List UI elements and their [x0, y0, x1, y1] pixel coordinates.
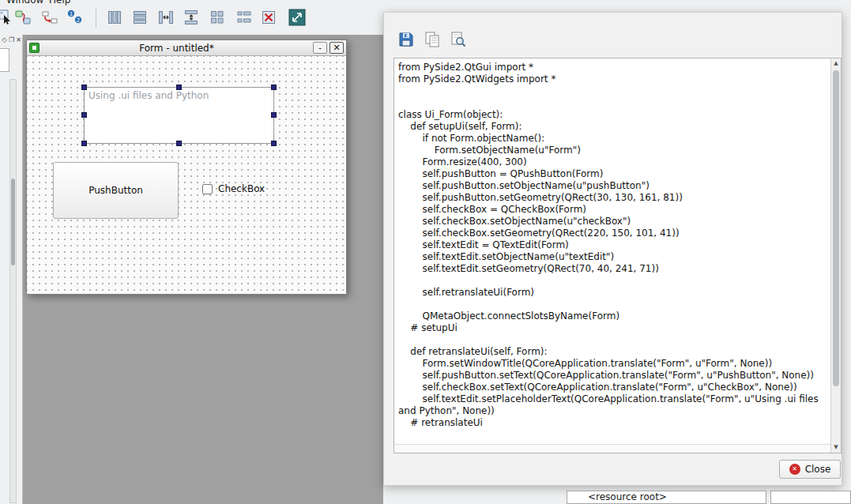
form-window-title: Form - untitled* — [43, 43, 311, 54]
form-designer-window: Form - untitled* - ✕ Using .ui files and… — [26, 39, 347, 295]
code-scrollbar-thumb[interactable] — [833, 70, 839, 386]
dock-menu-icon[interactable]: ◇ — [1, 36, 8, 44]
svg-text:2: 2 — [77, 17, 80, 24]
resource-preview-box — [770, 491, 851, 504]
edit-buddies-icon[interactable] — [40, 7, 60, 28]
textedit-widget[interactable]: Using .ui files and Python — [84, 87, 274, 144]
checkbox-label: CheckBox — [218, 183, 265, 194]
layout-form-icon[interactable] — [234, 7, 254, 28]
layout-vertical-icon[interactable] — [130, 7, 150, 28]
python-code[interactable]: from PySide2.QtGui import * from PySide2… — [398, 62, 827, 442]
close-button[interactable]: ✕ — [329, 42, 344, 54]
dialog-close-button[interactable]: ✕ Close — [779, 460, 841, 479]
checkbox-box[interactable] — [202, 184, 213, 194]
qt-designer-window: Window Help 12 — [0, 0, 851, 504]
pushbutton-widget[interactable]: PushButton — [53, 162, 179, 219]
close-circle-icon: ✕ — [789, 464, 800, 475]
break-layout-icon[interactable] — [258, 7, 279, 28]
minimize-button[interactable]: - — [313, 42, 327, 54]
close-button-label: Close — [805, 464, 831, 475]
resize-handle-top-right[interactable] — [271, 85, 277, 90]
resize-handle-top-left[interactable] — [81, 85, 87, 90]
layout-grid-icon[interactable] — [207, 7, 228, 28]
resize-handle-bottom-left[interactable] — [81, 141, 87, 146]
checkbox-widget[interactable]: CheckBox — [202, 183, 265, 194]
scroll-up-icon[interactable]: ▲ — [831, 58, 841, 69]
resize-handle-middle-left[interactable] — [81, 112, 87, 118]
form-canvas[interactable]: Using .ui files and Python PushButton Ch… — [27, 56, 346, 294]
resize-handle-bottom-right[interactable] — [271, 141, 277, 146]
form-window-titlebar[interactable]: Form - untitled* - ✕ — [27, 40, 346, 56]
scroll-down-icon[interactable]: ▼ — [831, 442, 841, 453]
resize-handle-bottom-middle[interactable] — [176, 141, 182, 146]
edit-signals-slots-icon[interactable] — [13, 7, 33, 28]
layout-vertical-splitter-icon[interactable] — [181, 7, 201, 28]
code-horizontal-scrollbar[interactable] — [394, 444, 830, 453]
resize-handle-top-middle[interactable] — [176, 85, 182, 90]
resource-root-label: <resource root> — [588, 491, 667, 502]
code-preview-dialog: from PySide2.QtGui import * from PySide2… — [383, 12, 842, 486]
adjust-size-icon[interactable] — [287, 7, 307, 28]
edit-tab-order-icon[interactable]: 12 — [65, 7, 85, 28]
left-scrollbar[interactable] — [9, 79, 17, 503]
widget-box-panel: ◇ ❐ ✕ — [0, 35, 23, 504]
code-vertical-scrollbar[interactable]: ▲ ▼ — [830, 58, 841, 453]
dock-float-icon[interactable]: ❐ — [8, 36, 15, 44]
layout-horizontal-icon[interactable] — [104, 7, 125, 28]
code-editor[interactable]: from PySide2.QtGui import * from PySide2… — [393, 58, 842, 453]
textedit-placeholder: Using .ui files and Python — [88, 90, 209, 101]
save-icon[interactable] — [397, 30, 416, 49]
main-toolbar: 12 — [0, 5, 379, 33]
layout-horizontal-splitter-icon[interactable] — [156, 7, 176, 28]
dock-close-icon[interactable]: ✕ — [15, 36, 22, 44]
left-scrollbar-thumb[interactable] — [11, 179, 15, 265]
copy-icon[interactable] — [423, 30, 442, 49]
form-window-icon — [29, 43, 40, 53]
svg-text:1: 1 — [70, 11, 73, 17]
resize-handle-middle-right[interactable] — [271, 112, 277, 118]
preview-find-icon[interactable] — [449, 30, 468, 49]
widgetbox-filter-input[interactable] — [0, 48, 9, 72]
toolbar-separator — [96, 9, 96, 28]
resource-root-item[interactable]: <resource root> — [567, 491, 766, 504]
